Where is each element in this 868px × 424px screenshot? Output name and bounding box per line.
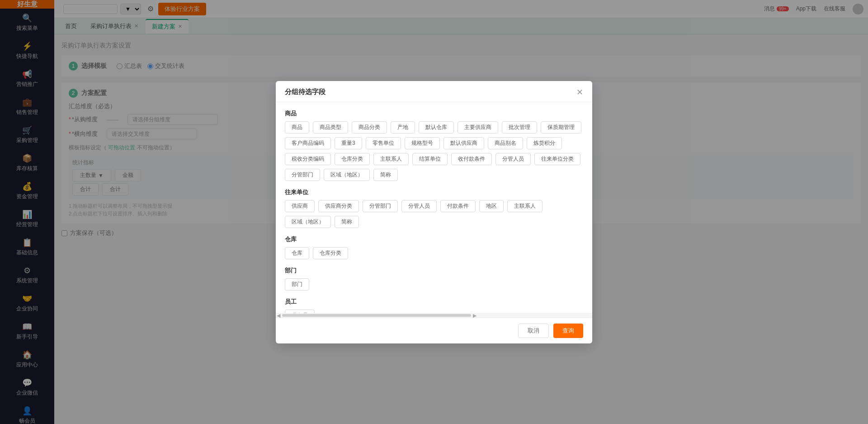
field-tag-0-20[interactable]: 分管人员: [495, 153, 531, 165]
field-tag-3-0[interactable]: 部门: [285, 278, 309, 291]
field-tag-0-7[interactable]: 保质期管理: [541, 121, 581, 133]
field-group-title-2: 仓库: [285, 235, 583, 243]
field-list-4: 业务员: [285, 310, 583, 313]
field-tag-1-8[interactable]: 简称: [335, 216, 359, 228]
field-group-title-1: 往来单位: [285, 188, 583, 196]
field-group-3: 部门部门: [285, 267, 583, 291]
field-tag-1-3[interactable]: 分管人员: [401, 200, 437, 212]
confirm-button[interactable]: 查询: [553, 324, 583, 338]
modal-overlay: 分组待选字段 ✕ 商品商品商品类型商品分类产地默认仓库主要供应商批次管理保质期管…: [0, 0, 868, 424]
field-tag-0-8[interactable]: 客户商品编码: [285, 137, 331, 149]
field-tag-1-7[interactable]: 区域（地区）: [285, 216, 331, 228]
field-tag-1-6[interactable]: 主联系人: [507, 200, 542, 212]
field-tag-1-1[interactable]: 供应商分类: [318, 200, 359, 212]
field-tag-0-12[interactable]: 默认供应商: [443, 137, 484, 149]
field-tag-1-0[interactable]: 供应商: [285, 200, 315, 212]
field-tag-4-0[interactable]: 业务员: [285, 310, 315, 313]
field-tag-0-3[interactable]: 产地: [391, 121, 415, 133]
field-tag-0-18[interactable]: 结算单位: [412, 153, 448, 165]
field-tag-0-19[interactable]: 收付款条件: [451, 153, 492, 165]
field-tag-0-2[interactable]: 商品分类: [352, 121, 387, 133]
modal-close-icon[interactable]: ✕: [576, 87, 583, 97]
modal-header: 分组待选字段 ✕: [276, 81, 592, 102]
field-tag-2-1[interactable]: 仓库分类: [313, 247, 348, 259]
field-list-3: 部门: [285, 278, 583, 291]
field-group-title-0: 商品: [285, 110, 583, 118]
modal-title: 分组待选字段: [285, 88, 326, 96]
field-tag-0-1[interactable]: 商品类型: [313, 121, 348, 133]
modal-body[interactable]: 商品商品商品类型商品分类产地默认仓库主要供应商批次管理保质期管理客户商品编码重量…: [276, 102, 592, 313]
field-tag-0-14[interactable]: 炼货积分: [527, 137, 562, 149]
field-tag-1-5[interactable]: 地区: [479, 200, 504, 212]
field-tag-1-4[interactable]: 付款条件: [440, 200, 476, 212]
modal-footer: 取消 查询: [276, 318, 592, 343]
field-group-title-3: 部门: [285, 267, 583, 275]
field-group-title-4: 员工: [285, 298, 583, 306]
field-tag-2-0[interactable]: 仓库: [285, 247, 309, 259]
field-tag-1-2[interactable]: 分管部门: [363, 200, 398, 212]
field-group-1: 往来单位供应商供应商分类分管部门分管人员付款条件地区主联系人区域（地区）简称: [285, 188, 583, 228]
field-tag-0-10[interactable]: 零售单位: [366, 137, 401, 149]
field-tag-0-21[interactable]: 往来单位分类: [534, 153, 580, 165]
field-tag-0-17[interactable]: 主联系人: [373, 153, 409, 165]
field-tag-0-23[interactable]: 区域（地区）: [324, 169, 370, 181]
field-tag-0-16[interactable]: 仓库分类: [335, 153, 370, 165]
modal-dialog: 分组待选字段 ✕ 商品商品商品类型商品分类产地默认仓库主要供应商批次管理保质期管…: [276, 81, 592, 343]
field-tag-0-9[interactable]: 重量3: [335, 137, 362, 149]
field-tag-0-22[interactable]: 分管部门: [285, 169, 320, 181]
field-group-2: 仓库仓库仓库分类: [285, 235, 583, 259]
field-group-4: 员工业务员: [285, 298, 583, 313]
field-group-0: 商品商品商品类型商品分类产地默认仓库主要供应商批次管理保质期管理客户商品编码重量…: [285, 110, 583, 181]
hscroll-bar: [282, 314, 471, 317]
field-tag-0-24[interactable]: 简称: [373, 169, 398, 181]
field-tag-0-11[interactable]: 规格型号: [405, 137, 440, 149]
field-list-2: 仓库仓库分类: [285, 247, 583, 259]
modal-hscroll: ◀ ▶: [276, 313, 592, 318]
field-tag-0-4[interactable]: 默认仓库: [419, 121, 454, 133]
field-tag-0-0[interactable]: 商品: [285, 121, 309, 133]
field-tag-0-5[interactable]: 主要供应商: [458, 121, 498, 133]
field-tag-0-15[interactable]: 税收分类编码: [285, 153, 331, 165]
field-tag-0-6[interactable]: 批次管理: [502, 121, 537, 133]
field-list-1: 供应商供应商分类分管部门分管人员付款条件地区主联系人区域（地区）简称: [285, 200, 583, 228]
cancel-button[interactable]: 取消: [518, 324, 549, 338]
field-tag-0-13[interactable]: 商品别名: [488, 137, 523, 149]
field-list-0: 商品商品类型商品分类产地默认仓库主要供应商批次管理保质期管理客户商品编码重量3零…: [285, 121, 583, 181]
